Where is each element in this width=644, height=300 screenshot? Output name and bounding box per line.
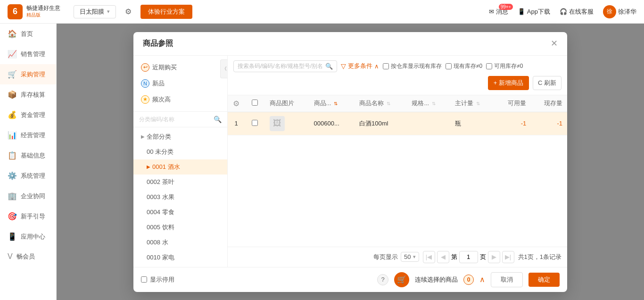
row-checkbox[interactable] xyxy=(252,120,258,126)
sidebar-item-enterprise[interactable]: 🏢 企业协同 xyxy=(0,186,56,206)
help-icon[interactable]: ? xyxy=(377,274,388,285)
page-size-dropdown[interactable]: 50 ▾ xyxy=(401,252,419,262)
online-service-button[interactable]: 🎧 在线客服 xyxy=(560,8,594,16)
frequent-label: 频次高 xyxy=(152,95,171,104)
col-spec[interactable]: 规格... ⇅ xyxy=(407,95,450,112)
category-search-icon[interactable]: 🔍 xyxy=(214,116,222,123)
col-image-label: 商品图片 xyxy=(270,100,294,107)
more-filters-button[interactable]: ▽ 更多条件 ∧ xyxy=(341,62,379,70)
new-product-filter[interactable]: N 新品 xyxy=(133,75,227,92)
recent-purchase-label: 近期购买 xyxy=(152,63,177,72)
category-0003[interactable]: 0003 水果 xyxy=(133,190,227,205)
cart-button[interactable]: 🛒 xyxy=(394,272,409,287)
category-0001[interactable]: ▶ 0001 酒水 xyxy=(133,159,227,175)
cancel-button[interactable]: 取消 xyxy=(491,272,523,287)
col-code[interactable]: 商品... ⇅ xyxy=(309,95,355,112)
page-number-input[interactable] xyxy=(459,251,478,263)
next-page-button[interactable]: ▶ xyxy=(488,251,500,263)
prev-page-button[interactable]: ◀ xyxy=(437,251,449,263)
warehouse-stock-checkbox[interactable] xyxy=(383,63,389,69)
row-name-cell: 白酒100ml xyxy=(355,112,407,135)
business-icon: 📊 xyxy=(8,131,17,140)
experience-button[interactable]: 体验行业方案 xyxy=(140,5,192,19)
username-label: 徐泽华 xyxy=(618,8,636,16)
messages-button[interactable]: ✉ 消息 99++ xyxy=(489,8,508,16)
category-all-label: 全部分类 xyxy=(147,133,171,141)
refresh-button[interactable]: C 刷新 xyxy=(533,76,561,90)
table-settings-icon[interactable]: ⚙ xyxy=(232,99,240,108)
frequent-filter[interactable]: ★ 频次高 xyxy=(133,92,227,108)
category-0010[interactable]: 0010 家电 xyxy=(133,250,227,265)
sidebar-item-apps[interactable]: 📱 应用中心 xyxy=(0,226,56,247)
chevron-down-icon: ▾ xyxy=(107,8,110,15)
current-stock-filter[interactable]: 现有库存≠0 xyxy=(446,62,482,70)
sidebar-item-member[interactable]: V 畅会员 xyxy=(0,247,56,267)
category-0002[interactable]: 0002 茶叶 xyxy=(133,175,227,190)
add-product-button[interactable]: + 新增商品 xyxy=(488,76,529,90)
row-checkbox-cell[interactable] xyxy=(245,112,265,135)
category-0005[interactable]: 0005 饮料 xyxy=(133,220,227,235)
col-available: 可用量 xyxy=(495,95,531,112)
page-prefix: 第 xyxy=(451,253,457,261)
page-size-label: 每页显示 xyxy=(373,253,398,261)
sidebar-item-guide[interactable]: 🎯 新手引导 xyxy=(0,206,56,226)
current-stock-checkbox[interactable] xyxy=(446,63,452,69)
modal-overlay: 商品参照 ✕ 《 ↩ 近期购买 N xyxy=(57,24,644,300)
category-0004[interactable]: 0004 零食 xyxy=(133,205,227,220)
total-info: 共1页，1条记录 xyxy=(518,253,561,261)
col-available-label: 可用量 xyxy=(508,100,526,107)
warehouse-stock-label: 按仓库显示现有库存 xyxy=(391,62,442,70)
row-product-name: 白酒100ml xyxy=(359,120,388,127)
product-search-input[interactable] xyxy=(238,63,323,69)
sidebar-item-purchase[interactable]: 🛒 采购管理 xyxy=(0,64,56,84)
app-download-button[interactable]: 📱 App下载 xyxy=(518,8,550,16)
sidebar-label-enterprise: 企业协同 xyxy=(21,192,45,200)
table-row[interactable]: 1 🖼 000600... xyxy=(228,112,567,135)
search-icon[interactable]: 🔍 xyxy=(325,63,333,70)
page-size-value: 50 xyxy=(404,253,411,260)
category-search-input[interactable] xyxy=(139,116,212,123)
sidebar-item-business[interactable]: 📊 经营管理 xyxy=(0,125,56,145)
avatar-icon: 徐 xyxy=(603,5,616,18)
category-00[interactable]: 00 未分类 xyxy=(133,144,227,159)
warehouse-stock-filter[interactable]: 按仓库显示现有库存 xyxy=(383,62,442,70)
modal-close-button[interactable]: ✕ xyxy=(551,39,558,48)
more-filters-label: 更多条件 xyxy=(348,62,372,70)
available-stock-checkbox[interactable] xyxy=(486,63,492,69)
pagination-bar: 每页显示 50 ▾ |◀ ◀ 第 页 xyxy=(228,247,567,267)
confirm-button[interactable]: 确定 xyxy=(528,273,560,287)
page-navigation: |◀ ◀ 第 页 ▶ ▶| xyxy=(423,251,514,263)
quick-filters: 《 ↩ 近期购买 N 新品 ★ 频次高 xyxy=(133,56,227,112)
col-name[interactable]: 商品名称 ⇅ xyxy=(355,95,407,112)
collapse-panel-button[interactable]: 《 xyxy=(220,59,228,78)
store-selector[interactable]: 日太阳膜 ▾ xyxy=(74,5,116,18)
product-search-box[interactable]: 🔍 xyxy=(233,60,337,72)
sidebar-item-system[interactable]: ⚙️ 系统管理 xyxy=(0,166,56,186)
category-all[interactable]: ▶ 全部分类 xyxy=(133,129,227,144)
sidebar-item-base[interactable]: 📋 基础信息 xyxy=(0,145,56,166)
sidebar-label-home: 首页 xyxy=(21,30,33,38)
category-0008-label: 0008 水 xyxy=(147,238,168,247)
available-stock-filter[interactable]: 可用库存≠0 xyxy=(486,62,523,70)
expand-0001-icon: ▶ xyxy=(147,164,150,169)
row-stock-qty: -1 xyxy=(557,120,562,127)
user-avatar[interactable]: 徐 徐泽华 xyxy=(603,5,636,18)
show-disabled-checkbox[interactable] xyxy=(141,276,147,283)
sidebar-item-home[interactable]: 🏠 首页 xyxy=(0,24,56,44)
recent-purchase-filter[interactable]: ↩ 近期购买 xyxy=(133,59,227,75)
select-all-checkbox[interactable] xyxy=(252,100,258,106)
sidebar-item-finance[interactable]: 💰 资金管理 xyxy=(0,105,56,125)
first-page-button[interactable]: |◀ xyxy=(423,251,435,263)
chevron-up-icon: ∧ xyxy=(374,63,379,70)
show-disabled-toggle[interactable]: 显示停用 xyxy=(141,275,174,284)
collapse-footer-icon[interactable]: ∧ xyxy=(479,275,485,284)
settings-icon[interactable]: ⚙ xyxy=(121,4,136,19)
row-stock-cell: -1 xyxy=(531,112,567,135)
last-page-button[interactable]: ▶| xyxy=(502,251,514,263)
nav-right: ✉ 消息 99++ 📱 App下载 🎧 在线客服 徐 徐泽华 xyxy=(489,5,636,18)
sidebar-item-sales[interactable]: 📈 销售管理 xyxy=(0,44,56,64)
col-unit[interactable]: 主计量 ⇅ xyxy=(450,95,495,112)
sidebar-item-inventory[interactable]: 📦 库存核算 xyxy=(0,84,56,105)
col-spec-label: 规格... xyxy=(412,100,429,107)
category-0008[interactable]: 0008 水 xyxy=(133,235,227,250)
